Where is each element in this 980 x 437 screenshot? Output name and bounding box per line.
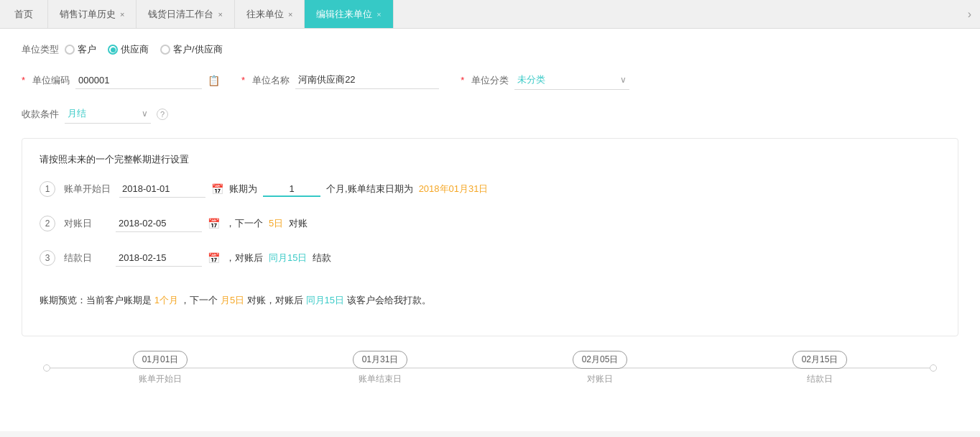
radio-supplier[interactable]: 供应商 xyxy=(108,43,149,56)
preview-mid: ，下一个 xyxy=(180,295,218,305)
timeline: 01月01日 账单开始日 01月31日 账单结束日 02月05日 对账日 xyxy=(29,351,951,385)
step2-date-input[interactable] xyxy=(116,215,202,232)
tab-cashwork[interactable]: 钱货日清工作台 × xyxy=(137,0,234,28)
timeline-badge-2: 01月31日 xyxy=(353,351,408,369)
step-content-2: 📅 ，下一个 5日 对账 xyxy=(116,215,940,232)
timeline-node-1: 01月01日 账单开始日 xyxy=(50,351,270,385)
period-value-input[interactable] xyxy=(263,182,320,197)
timeline-node-4: 02月15日 结款日 xyxy=(710,351,930,385)
close-sales-history[interactable]: × xyxy=(120,10,124,19)
timeline-badge-1: 01月01日 xyxy=(133,351,188,369)
timeline-left-dot xyxy=(43,364,50,372)
step1-suffix-after: 个月,账单结束日期为 xyxy=(326,183,413,196)
step-label-3: 结款日 xyxy=(64,252,107,264)
step3-date-input[interactable] xyxy=(116,249,202,267)
step2-highlight: 5日 xyxy=(269,217,283,230)
unit-category-dropdown-icon: ∨ xyxy=(620,75,627,85)
radio-customer-supplier-label: 客户/供应商 xyxy=(173,43,223,56)
step3-suffix-after: 结款 xyxy=(313,252,331,264)
preview-day: 月5日 xyxy=(221,295,244,305)
radio-circle-supplier xyxy=(108,45,118,55)
unit-name-input[interactable] xyxy=(295,72,439,89)
radio-customer-label: 客户 xyxy=(78,43,96,56)
step3-highlight: 同月15日 xyxy=(269,252,307,264)
preview-row: 账期预览：当前客户账期是 1个月 ，下一个 月5日 对账，对账后 同月15日 该… xyxy=(40,284,940,321)
step-num-2: 2 xyxy=(40,216,55,231)
timeline-node-4-inner: 02月15日 结款日 xyxy=(792,351,848,385)
tab-edit-partner[interactable]: 编辑往来单位 × xyxy=(305,0,393,28)
payment-terms-dropdown-icon: ∨ xyxy=(142,109,148,119)
timeline-container: 01月01日 账单开始日 01月31日 账单结束日 02月05日 对账日 xyxy=(22,351,958,392)
timeline-sublabel-4: 结款日 xyxy=(807,373,833,385)
close-cashwork[interactable]: × xyxy=(218,10,222,19)
unit-name-block: * 单位名称 xyxy=(241,72,439,89)
timeline-node-3-inner: 02月05日 对账日 xyxy=(573,351,628,385)
unit-code-label: 单位编码 xyxy=(32,74,70,87)
timeline-badge-3: 02月05日 xyxy=(573,351,628,369)
timeline-sublabel-1: 账单开始日 xyxy=(139,373,182,385)
unit-type-row: 单位类型 客户 供应商 客户/供应商 xyxy=(22,43,958,56)
preview-suffix: 该客户会给我打款。 xyxy=(347,295,431,305)
timeline-node-1-inner: 01月01日 账单开始日 xyxy=(133,351,188,385)
step1-end-date: 2018年01月31日 xyxy=(419,183,489,196)
step3-suffix-before: ，对账后 xyxy=(226,252,263,264)
step-num-1: 1 xyxy=(40,181,55,197)
step2-suffix-before: ，下一个 xyxy=(226,217,263,230)
main-content: 单位类型 客户 供应商 客户/供应商 * 单位编码 📋 * 单位名称 xyxy=(0,29,980,431)
tab-partner[interactable]: 往来单位 × xyxy=(235,0,305,28)
timeline-node-2-inner: 01月31日 账单结束日 xyxy=(353,351,408,385)
tab-home[interactable]: 首页 xyxy=(0,0,48,28)
unit-category-block: * 单位分类 未分类 ∨ xyxy=(461,70,629,90)
radio-circle-customer xyxy=(65,45,75,55)
step1-date-input[interactable] xyxy=(119,180,205,198)
close-partner[interactable]: × xyxy=(288,10,292,19)
required-star-name: * xyxy=(241,75,245,86)
step1-calendar-icon[interactable]: 📅 xyxy=(211,183,223,195)
tab-more-button[interactable]: › xyxy=(959,8,980,21)
step1-suffix-before: 账期为 xyxy=(229,183,257,196)
unit-type-label: 单位类型 xyxy=(22,43,59,56)
step-row-3: 3 结款日 📅 ，对账后 同月15日 结款 xyxy=(40,249,940,267)
radio-group-unit-type: 客户 供应商 客户/供应商 xyxy=(65,43,223,56)
timeline-badge-4: 02月15日 xyxy=(792,351,848,369)
step-row-1: 1 账单开始日 📅 账期为 个月,账单结束日期为 2018年01月31日 xyxy=(40,180,940,198)
required-star-code: * xyxy=(22,75,25,86)
unit-category-value: 未分类 xyxy=(517,73,617,86)
section-title: 请按照未来的一个完整帐期进行设置 xyxy=(40,153,940,166)
step-content-1: 📅 账期为 个月,账单结束日期为 2018年01月31日 xyxy=(119,180,940,198)
step-label-2: 对账日 xyxy=(64,217,107,230)
unit-category-select[interactable]: 未分类 ∨ xyxy=(514,70,629,90)
payment-terms-value: 月结 xyxy=(68,107,139,120)
timeline-right-dot xyxy=(930,364,937,372)
timeline-sublabel-2: 账单结束日 xyxy=(359,373,402,385)
preview-months: 1个月 xyxy=(154,295,178,305)
step-row-2: 2 对账日 📅 ，下一个 5日 对账 xyxy=(40,215,940,232)
timeline-node-3: 02月05日 对账日 xyxy=(490,351,710,385)
tab-sales-history[interactable]: 销售订单历史 × xyxy=(48,0,137,28)
timeline-node-2: 01月31日 账单结束日 xyxy=(270,351,490,385)
radio-supplier-label: 供应商 xyxy=(121,43,149,56)
unit-code-input[interactable] xyxy=(75,72,202,89)
step-label-1: 账单开始日 xyxy=(64,183,111,196)
step-num-3: 3 xyxy=(40,250,55,266)
radio-circle-customer-supplier xyxy=(160,45,170,55)
step3-calendar-icon[interactable]: 📅 xyxy=(208,252,220,264)
radio-customer[interactable]: 客户 xyxy=(65,43,96,56)
payment-terms-label: 收款条件 xyxy=(22,108,59,121)
unit-code-icon[interactable]: 📋 xyxy=(208,75,220,86)
period-section: 请按照未来的一个完整帐期进行设置 1 账单开始日 📅 账期为 个月,账单结束日期… xyxy=(22,138,958,336)
close-edit-partner[interactable]: × xyxy=(376,10,381,19)
payment-terms-help-icon[interactable]: ? xyxy=(157,109,168,120)
unit-category-label: 单位分类 xyxy=(471,74,509,87)
payment-terms-select[interactable]: 月结 ∨ xyxy=(65,104,151,124)
required-star-category: * xyxy=(461,75,464,86)
preview-day2: 同月15日 xyxy=(306,295,344,305)
preview-prefix: 账期预览：当前客户账期是 xyxy=(40,295,152,305)
step2-calendar-icon[interactable]: 📅 xyxy=(208,218,220,229)
step-content-3: 📅 ，对账后 同月15日 结款 xyxy=(116,249,940,267)
timeline-inner: 01月01日 账单开始日 01月31日 账单结束日 02月05日 对账日 xyxy=(50,351,930,385)
unit-info-row: * 单位编码 📋 * 单位名称 * 单位分类 未分类 ∨ xyxy=(22,70,958,90)
radio-customer-supplier[interactable]: 客户/供应商 xyxy=(160,43,223,56)
preview-mid2: 对账，对账后 xyxy=(247,295,303,305)
step2-suffix-after: 对账 xyxy=(289,217,308,230)
